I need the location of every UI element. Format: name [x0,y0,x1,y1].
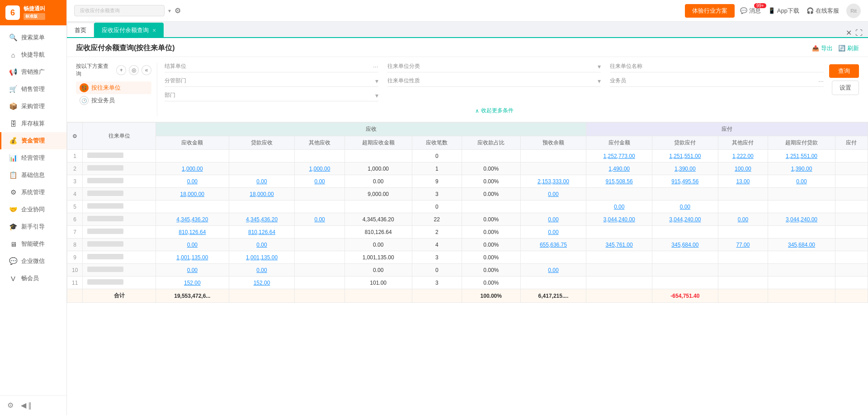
table-cell[interactable]: 1,251,551.00 [652,150,718,162]
sidebar-collapse-icon[interactable]: ◀ ‖ [21,401,32,410]
query-button[interactable]: 查询 [829,64,859,78]
user-avatar[interactable]: Rit [846,4,861,18]
table-cell[interactable]: 915,495.56 [652,175,718,188]
table-cell[interactable]: 345,684.00 [652,239,718,251]
table-cell[interactable]: 0.00 [156,264,229,277]
table-cell[interactable]: 0.00 [156,175,229,188]
table-cell[interactable]: 810,126.64 [156,226,229,239]
table-cell[interactable]: 0.00 [229,239,295,251]
table-cell[interactable]: 0.00 [718,213,768,226]
table-cell[interactable]: 0.00 [229,175,295,188]
table-cell[interactable]: 1,222.00 [718,150,768,162]
tab-ar-query[interactable]: 应收应付余额查询 × [94,23,164,37]
subdept-input[interactable] [196,92,375,99]
settlement-input[interactable] [196,63,373,70]
tab-maximize-icon[interactable]: ⛶ [855,29,863,37]
sidebar-item-quicknav[interactable]: ⌂ 快捷导航 [0,46,66,63]
tab-close-window-icon[interactable]: ✕ [846,29,852,37]
table-cell[interactable]: 13.00 [718,175,768,188]
refresh-button[interactable]: 🔄 刷新 [838,44,859,52]
table-cell[interactable]: 0.00 [586,200,652,213]
sidebar-item-purchase[interactable]: 📦 采购管理 [0,98,66,115]
table-cell[interactable]: 1,001,135.00 [156,251,229,264]
setting-button[interactable]: 设置 [832,81,859,95]
sidebar-item-guide[interactable]: 🎓 新手引导 [0,218,66,235]
table-cell[interactable]: 915,508.56 [586,175,652,188]
table-cell[interactable]: 3,044,240.00 [768,213,835,226]
table-cell[interactable]: 1,252,773.00 [586,150,652,162]
tab-close-icon[interactable]: × [152,27,156,34]
table-cell[interactable]: 1,001,135.00 [229,251,295,264]
sidebar-item-finance[interactable]: 💰 资金管理 [0,132,66,149]
table-cell[interactable]: 0.00 [520,226,586,239]
table-cell[interactable]: 0.00 [520,213,586,226]
filter-arrow-icon[interactable]: « [142,65,151,75]
table-cell[interactable]: 0.00 [295,175,344,188]
sidebar-settings-icon[interactable]: ⚙ [7,401,14,410]
table-cell[interactable]: 345,684.00 [768,239,835,251]
app-download-button[interactable]: 📱 App下载 [768,7,799,15]
chevron-down-icon[interactable]: ▾ [168,8,171,14]
table-cell[interactable]: 0.00 [520,264,586,277]
col-settings[interactable]: ⚙ [67,123,83,150]
salesperson-dots-icon[interactable]: ··· [818,77,824,85]
unit-name-input[interactable] [642,63,824,70]
table-cell[interactable]: 3,044,240.00 [652,213,718,226]
category-input[interactable] [420,63,598,70]
filter-option-by-unit[interactable]: 💱 按往来单位 [76,81,151,94]
table-cell[interactable]: 0.00 [295,213,344,226]
table-cell[interactable]: 655,636.75 [520,239,586,251]
sidebar-item-inventory[interactable]: 🗄 库存核算 [0,115,66,132]
table-cell[interactable]: 345,761.00 [586,239,652,251]
table-cell[interactable]: 0.00 [520,188,586,200]
table-cell[interactable]: 152.00 [156,277,229,289]
sidebar-item-sales[interactable]: 🛒 销售管理 [0,81,66,98]
sidebar-item-marketing[interactable]: 📢 营销推广 [0,63,66,81]
table-cell[interactable]: 1,490.00 [586,162,652,175]
table-cell[interactable]: 3,044,240.00 [586,213,652,226]
sidebar-item-operations[interactable]: 📊 经营管理 [0,149,66,167]
table-cell[interactable]: 1,000.00 [295,162,344,175]
tab-home[interactable]: 首页 [67,23,94,37]
table-cell[interactable]: 2,153,333.00 [520,175,586,188]
table-settings-icon[interactable]: ⚙ [72,133,77,139]
filter-option-by-staff[interactable]: 🕐 按业务员 [76,94,151,107]
sidebar-item-basic[interactable]: 📋 基础信息 [0,167,66,184]
gear-icon[interactable]: ⚙ [175,6,181,15]
sidebar-item-collab[interactable]: 🤝 企业协同 [0,201,66,218]
filter-add-icon[interactable]: + [116,65,126,75]
table-cell[interactable]: 77.00 [718,239,768,251]
table-cell[interactable]: 0.00 [652,200,718,213]
table-cell[interactable]: 100.00 [718,162,768,175]
table-cell[interactable]: 4,345,436.20 [229,213,295,226]
table-cell[interactable]: 152.00 [229,277,295,289]
table-cell[interactable]: 0.00 [768,175,835,188]
service-button[interactable]: 🎧 在线客服 [807,7,839,15]
sidebar-item-wechat[interactable]: 💬 企业微信 [0,253,66,270]
table-cell[interactable]: 18,000.00 [156,188,229,200]
settlement-dots-icon[interactable]: ··· [373,63,378,70]
table-cell[interactable]: 810,126.64 [229,226,295,239]
table-cell[interactable]: 0.00 [229,264,295,277]
nature-dropdown-icon[interactable]: ▾ [598,77,601,85]
table-cell[interactable]: 4,345,436.20 [156,213,229,226]
salesperson-input[interactable] [642,78,818,84]
filter-target-icon[interactable]: ◎ [129,65,139,75]
sidebar-item-search[interactable]: 🔍 搜索菜单 [0,29,66,46]
sidebar-item-member[interactable]: V 畅会员 [0,270,66,287]
export-button[interactable]: 📤 导出 [812,44,833,52]
table-cell[interactable]: 1,390.00 [768,162,835,175]
sidebar-item-system[interactable]: ⚙ 系统管理 [0,184,66,201]
table-cell[interactable]: 0.00 [156,239,229,251]
table-cell[interactable]: 1,000.00 [156,162,229,175]
table-cell[interactable]: 1,390.00 [652,162,718,175]
nature-input[interactable] [420,78,598,84]
collapse-button[interactable]: ∧ 收起更多条件 [475,105,514,116]
category-dropdown-icon[interactable]: ▾ [598,63,601,70]
message-button[interactable]: 💬 消息 99+ [740,7,761,15]
table-cell[interactable]: 18,000.00 [229,188,295,200]
cta-button[interactable]: 体验行业方案 [685,4,735,18]
table-cell[interactable]: 1,251,551.00 [768,150,835,162]
sidebar-item-hardware[interactable]: 🖥 智能硬件 [0,235,66,253]
dept-dropdown-icon[interactable]: ▾ [375,77,378,85]
